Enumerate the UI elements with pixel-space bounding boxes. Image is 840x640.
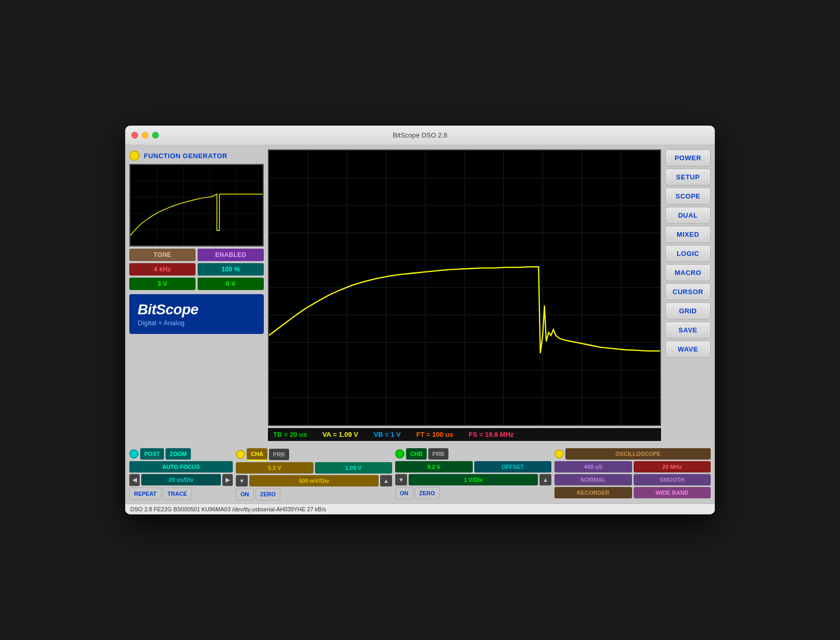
cha-zero-button[interactable]: ZERO <box>256 488 281 500</box>
cha-div-value[interactable]: 500 mV/Div <box>249 475 379 486</box>
enabled-button[interactable]: ENABLED <box>198 249 264 261</box>
time-div-value[interactable]: 20 us/Div <box>141 474 221 485</box>
bottom-controls: POST ZOOM AUTO FOCUS ◀ 20 us/Div ▶ REPEA… <box>125 445 715 504</box>
timebase-row1: POST ZOOM <box>129 448 233 460</box>
cha-div-left-button[interactable]: ▼ <box>236 475 248 486</box>
cha-offset-button[interactable]: 1.09 V <box>315 462 393 474</box>
timebase-row3: ◀ 20 us/Div ▶ <box>129 474 233 486</box>
scope-button[interactable]: SCOPE <box>665 188 711 205</box>
duty-button[interactable]: 100 % <box>198 263 264 276</box>
chb-div-value[interactable]: 1 V/Div <box>409 474 538 485</box>
stat-va: VA = 1.09 V <box>322 431 358 438</box>
chb-div-right-button[interactable]: ▲ <box>539 474 551 485</box>
chb-zero-button[interactable]: ZERO <box>415 487 440 499</box>
stat-fs: FS = 19.8 MHz <box>469 431 514 438</box>
fn-gen-title: FUNCTION GENERATOR <box>144 152 228 160</box>
smooth-button[interactable]: SMOOTH <box>634 474 711 485</box>
volt-button[interactable]: 3 V <box>129 278 196 290</box>
scope-waveform <box>269 150 660 425</box>
trace-button[interactable]: TRACE <box>163 487 192 500</box>
chb-button[interactable]: CHB <box>406 448 427 460</box>
fn-gen-controls-row1: TONE ENABLED <box>129 249 264 261</box>
chb-section: CHB PRB 9.2 V OFFSET ▼ 1 V/Div ▲ ON ZERO <box>395 448 551 500</box>
offset-button[interactable]: 0 V <box>198 278 264 290</box>
scope-row3: NORMAL SMOOTH <box>554 474 711 485</box>
fn-gen-controls-row3: 3 V 0 V <box>129 278 264 290</box>
power-button[interactable]: POWER <box>665 149 711 166</box>
cursor-button[interactable]: CURSOR <box>665 283 711 300</box>
cha-row2: 5.2 V 1.09 V <box>236 462 392 474</box>
dual-button[interactable]: DUAL <box>665 207 711 224</box>
freq-20mhz-button[interactable]: 20 MHz <box>634 461 711 473</box>
scope-row4: RECORDER WIDE BAND <box>554 487 711 498</box>
chb-div-left-button[interactable]: ▼ <box>395 474 407 485</box>
cha-section: CHA PRB 5.2 V 1.09 V ▼ 500 mV/Div ▲ ON Z… <box>236 448 392 500</box>
grid-button[interactable]: GRID <box>665 302 711 319</box>
fn-gen-header: FUNCTION GENERATOR <box>129 149 264 162</box>
traffic-lights <box>131 132 159 139</box>
chb-offset-button[interactable]: OFFSET <box>474 461 552 473</box>
mixed-button[interactable]: MIXED <box>665 226 711 243</box>
cha-row4: ON ZERO <box>236 488 392 500</box>
auto-focus-button[interactable]: AUTO FOCUS <box>129 461 233 473</box>
zoom-button[interactable]: ZOOM <box>166 448 191 460</box>
cha-volt-button[interactable]: 5.2 V <box>236 462 313 474</box>
recorder-button[interactable]: RECORDER <box>554 487 632 498</box>
save-button[interactable]: SAVE <box>665 322 711 339</box>
normal-button[interactable]: NORMAL <box>554 474 632 485</box>
freq-button[interactable]: 4 kHz <box>129 263 196 276</box>
scope-row2: 400 uS 20 MHz <box>554 461 711 473</box>
timebase-section: POST ZOOM AUTO FOCUS ◀ 20 us/Div ▶ REPEA… <box>129 448 233 500</box>
repeat-button[interactable]: REPEAT <box>129 487 161 500</box>
scope-row1: OSCILLOSCOPE <box>554 448 711 460</box>
time-div-right-button[interactable]: ▶ <box>222 474 233 486</box>
bitscope-logo: BitScope Digital + Analog <box>129 294 264 334</box>
close-button[interactable] <box>131 132 138 139</box>
app-window: BitScope DSO 2.8 FUNCTION GENERATOR <box>125 126 715 514</box>
scope-status-bar: TB = 20 us VA = 1.09 V VB = 1 V FT = 100… <box>268 428 661 441</box>
cha-row3: ▼ 500 mV/Div ▲ <box>236 475 392 486</box>
bitscope-logo-text: BitScope <box>138 301 256 318</box>
fn-gen-indicator <box>129 150 140 161</box>
setup-button[interactable]: SETUP <box>665 169 711 186</box>
scope-indicator <box>554 449 564 459</box>
maximize-button[interactable] <box>152 132 159 139</box>
minimize-button[interactable] <box>142 132 148 139</box>
fn-gen-display <box>129 164 264 247</box>
time-div-left-button[interactable]: ◀ <box>129 474 140 486</box>
chb-prb-button[interactable]: PRB <box>428 448 448 460</box>
right-panel: POWER SETUP SCOPE DUAL MIXED LOGIC MACRO… <box>665 149 711 441</box>
stat-vb: VB = 1 V <box>373 431 400 438</box>
chb-row2: 9.2 V OFFSET <box>395 461 551 473</box>
cha-row1: CHA PRB <box>236 448 392 461</box>
cha-indicator <box>236 450 245 459</box>
chb-volt-button[interactable]: 9.2 V <box>395 461 473 473</box>
cha-button[interactable]: CHA <box>247 448 267 461</box>
chb-indicator <box>395 449 404 459</box>
scope-display <box>268 149 661 426</box>
timebase-row2: AUTO FOCUS <box>129 461 233 473</box>
chb-row3: ▼ 1 V/Div ▲ <box>395 474 551 485</box>
bitscope-logo-sub: Digital + Analog <box>138 319 256 327</box>
fn-gen-controls-row2: 4 kHz 100 % <box>129 263 264 276</box>
post-button[interactable]: POST <box>140 448 164 460</box>
timebase-indicator <box>129 449 139 459</box>
app-body: FUNCTION GENERATOR TONE <box>125 145 715 445</box>
wave-button[interactable]: WAVE <box>665 341 711 358</box>
tone-button[interactable]: TONE <box>129 249 196 261</box>
chb-row4: ON ZERO <box>395 487 551 499</box>
cha-prb-button[interactable]: PRB <box>269 449 289 460</box>
chb-on-button[interactable]: ON <box>395 487 413 499</box>
macro-button[interactable]: MACRO <box>665 264 711 281</box>
oscilloscope-button[interactable]: OSCILLOSCOPE <box>565 448 711 460</box>
time-400us-button[interactable]: 400 uS <box>554 461 632 473</box>
cha-div-right-button[interactable]: ▲ <box>380 475 392 486</box>
timebase-row4: REPEAT TRACE <box>129 487 233 500</box>
logic-button[interactable]: LOGIC <box>665 245 711 262</box>
cha-on-button[interactable]: ON <box>236 488 254 500</box>
center-panel: TB = 20 us VA = 1.09 V VB = 1 V FT = 100… <box>268 149 661 441</box>
left-panel: FUNCTION GENERATOR TONE <box>129 149 264 441</box>
titlebar: BitScope DSO 2.8 <box>125 126 715 145</box>
wideband-button[interactable]: WIDE BAND <box>634 487 711 498</box>
status-bar: DSO 2.8 FE22G BS000501 KU96MA03 /dev/tty… <box>125 504 715 514</box>
